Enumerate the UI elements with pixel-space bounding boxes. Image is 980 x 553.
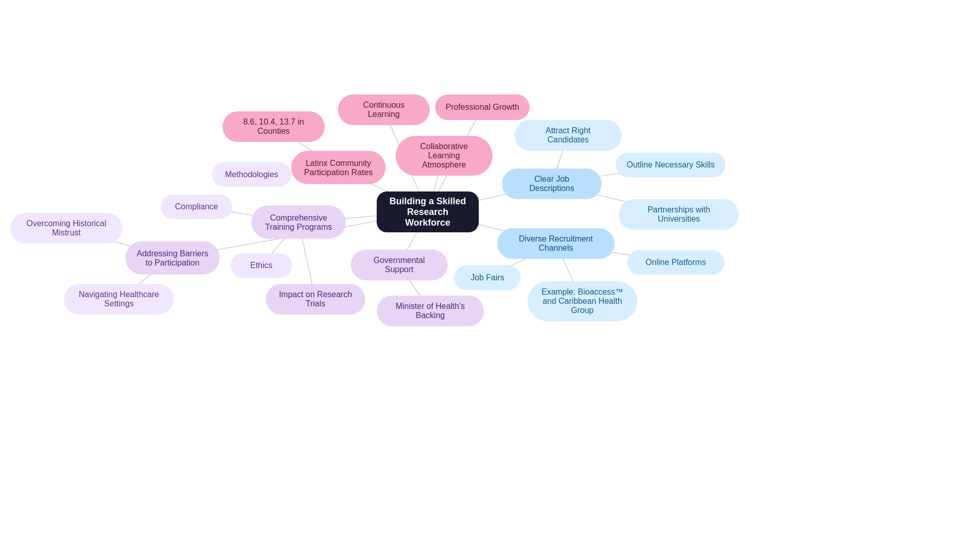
node-methodologies[interactable]: Methodologies	[212, 162, 291, 187]
node-bioaccess-example[interactable]: Example: Bioaccess™ and Caribbean Health…	[528, 281, 638, 321]
node-professional-growth[interactable]: Professional Growth	[435, 94, 530, 120]
node-diverse-recruitment[interactable]: Diverse Recruitment Channels	[497, 228, 615, 259]
node-minister-health[interactable]: Minister of Health's Backing	[377, 296, 484, 326]
node-clear-job[interactable]: Clear Job Descriptions	[502, 169, 602, 199]
node-attract-candidates[interactable]: Attract Right Candidates	[514, 120, 622, 151]
node-governmental-support[interactable]: Governmental Support	[351, 250, 448, 280]
node-ethics[interactable]: Ethics	[231, 253, 292, 278]
node-online-platforms[interactable]: Online Platforms	[627, 250, 724, 275]
node-continuous-learning[interactable]: Continuous Learning	[338, 94, 430, 125]
node-overcoming-mistrust[interactable]: Overcoming Historical Mistrust	[10, 213, 122, 244]
node-impact-research[interactable]: Impact on Research Trials	[266, 284, 365, 315]
node-addressing-barriers[interactable]: Addressing Barriers to Participation	[126, 242, 220, 275]
node-job-fairs[interactable]: Job Fairs	[454, 266, 521, 290]
mindmap-container: Building a Skilled Research WorkforceCon…	[0, 0, 980, 553]
node-navigating-healthcare[interactable]: Navigating Healthcare Settings	[64, 284, 174, 315]
node-latinx-community[interactable]: Latinx Community Participation Rates	[291, 151, 386, 184]
node-compliance[interactable]: Compliance	[161, 195, 232, 219]
node-collaborative-learning[interactable]: Collaborative Learning Atmosphere	[396, 136, 493, 176]
node-counties[interactable]: 8.6, 10.4, 13.7 in Counties	[223, 111, 325, 142]
node-outline-skills[interactable]: Outline Necessary Skills	[616, 153, 726, 177]
center-node[interactable]: Building a Skilled Research Workforce	[377, 191, 479, 232]
node-comprehensive-training[interactable]: Comprehensive Training Programs	[252, 206, 346, 239]
node-partnerships[interactable]: Partnerships with Universities	[619, 199, 739, 230]
